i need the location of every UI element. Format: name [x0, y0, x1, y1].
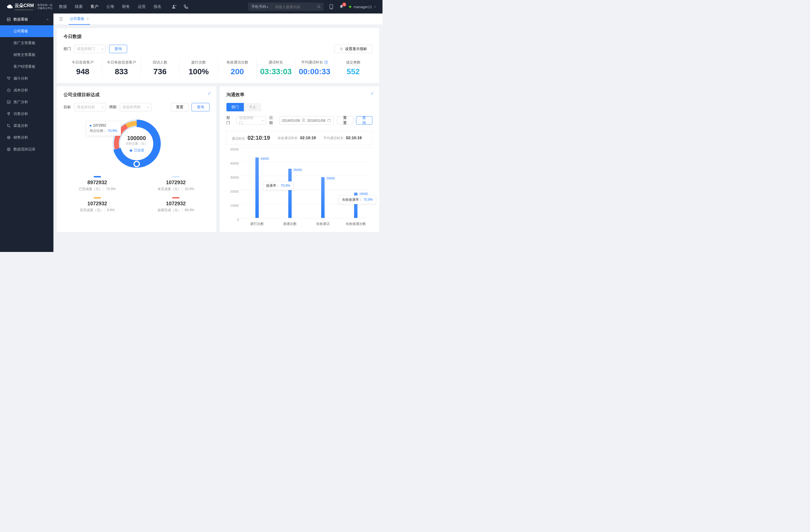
- sidebar-item-3[interactable]: 访客分析: [0, 108, 53, 120]
- annotation-effective-rate: 有效接通率：70.9%: [339, 196, 376, 204]
- summary-bar: 通话时长02:10:19有效通话时长02:10:19平均通话时长02:10:19: [226, 131, 372, 145]
- search-input[interactable]: [272, 5, 314, 9]
- sidebar-item-2[interactable]: 推广分析: [0, 96, 53, 108]
- bell-icon[interactable]: 5: [339, 4, 344, 9]
- nav-item-6[interactable]: 报名: [153, 4, 161, 9]
- metric-3: 拨打次数100%: [179, 59, 218, 77]
- seg-0[interactable]: 部门: [226, 103, 244, 111]
- x-label: 拨打次数: [241, 221, 273, 226]
- reset-button[interactable]: 重置: [337, 116, 353, 124]
- legend-item-3: 1072932超额完成（元）89.9%: [142, 197, 210, 213]
- phone-icon[interactable]: [183, 4, 189, 9]
- today-panel: 今日数据 部门 请选择部门▾ 查询 设置显示指标 今日首咨客户948今日有效首咨…: [57, 28, 379, 83]
- sidebar-item-5[interactable]: 销售分析: [0, 132, 53, 144]
- mobile-icon[interactable]: [329, 4, 334, 9]
- nav-item-0[interactable]: 数据: [59, 4, 67, 9]
- sidebar-item-0[interactable]: 漏斗分析: [0, 72, 53, 84]
- donut-center-label: 目标总量（元）: [126, 142, 147, 146]
- sidebar-item-4[interactable]: 渠道分析: [0, 120, 53, 132]
- date-label: 日期: [269, 115, 276, 126]
- sidebar-item-6[interactable]: 数据流转记录: [0, 144, 53, 155]
- main-area: ☰ 公司看板 ✕ 今日数据 部门 请选择部门▾ 查询 设置显: [53, 14, 383, 252]
- add-user-icon[interactable]: [172, 4, 177, 9]
- close-icon[interactable]: ✕: [87, 17, 89, 20]
- gear-icon: [339, 47, 343, 51]
- expand-icon[interactable]: ⤢: [208, 92, 211, 95]
- calendar-icon: [327, 118, 331, 122]
- top-header: 云朵CRM www.yunduocrm.com 教育机构一站 式服务云平台 数据…: [0, 0, 383, 14]
- logo-tagline: 教育机构一站 式服务云平台: [35, 4, 53, 10]
- nav-item-3[interactable]: 公海: [106, 4, 114, 9]
- expand-icon[interactable]: ⤢: [371, 92, 373, 95]
- metric-4: 有效通话次数200: [218, 59, 257, 77]
- user-menu[interactable]: manager11 ▾: [349, 5, 376, 9]
- svg-point-0: [173, 5, 175, 7]
- logo-url: www.yunduocrm.com: [15, 9, 34, 11]
- dashboard-icon: [7, 17, 11, 21]
- metric-6: 平均通话时长?00:00:33: [295, 59, 334, 77]
- today-title: 今日数据: [64, 34, 372, 40]
- nav-item-5[interactable]: 运营: [138, 4, 146, 9]
- date-range-input[interactable]: 2018/01/08 至 2018/01/08: [279, 116, 334, 124]
- logo-text: 云朵CRM: [15, 3, 34, 9]
- nav-item-1[interactable]: 线索: [75, 4, 83, 9]
- bar-col-2: 29000: [307, 148, 339, 218]
- dept-label: 部门: [64, 46, 71, 51]
- summary-item-2: 平均通话时长02:10:19: [323, 135, 367, 140]
- comm-title: 沟通效率: [226, 92, 372, 98]
- sidebar-sub-1[interactable]: 推广主管看板: [0, 37, 53, 49]
- sidebar-item-1[interactable]: 成本分析: [0, 84, 53, 96]
- x-label: 有效通话: [307, 221, 339, 226]
- menu-icon: [7, 77, 11, 80]
- sidebar-sub-3[interactable]: 客户经理看板: [0, 61, 53, 72]
- seg-1[interactable]: 个人: [244, 103, 261, 111]
- goal-panel: ⤢ 公司业绩目标达成 目标 请选择目标▾ 周期 请选择周期▾ 重置 查询: [57, 86, 216, 232]
- donut-chart: 1072932 所占比例：70.9% 1000: [64, 117, 210, 170]
- y-tick: 0: [237, 218, 239, 221]
- global-search: 手机号码 ▾: [248, 2, 324, 11]
- metric-5: 通话时长03:33:03: [257, 59, 295, 77]
- search-type-select[interactable]: 手机号码 ▾: [248, 4, 272, 9]
- svg-point-1: [318, 5, 320, 7]
- dept-select[interactable]: 请选择部门▾: [74, 45, 106, 53]
- target-label: 目标: [64, 105, 71, 110]
- cloud-icon: [7, 4, 13, 9]
- x-label: 接通次数: [273, 221, 306, 226]
- bar-chart: 01000020000300004000050000 4300035000290…: [226, 148, 372, 226]
- nav-item-2[interactable]: 客户: [91, 4, 98, 9]
- menu-toggle-icon[interactable]: ☰: [59, 16, 63, 22]
- metric-1: 今日有效首咨客户833: [102, 59, 141, 77]
- svg-point-17: [134, 161, 139, 167]
- settings-metrics-button[interactable]: 设置显示指标: [334, 45, 372, 53]
- query-button[interactable]: 查询: [356, 116, 372, 124]
- dept-select[interactable]: 请选择部门▾: [237, 116, 266, 124]
- menu-group-label: 数据看板: [14, 17, 28, 22]
- annotation-connect-rate: 接通率：70.9%: [263, 181, 293, 190]
- tab-label: 公司看板: [70, 16, 84, 21]
- nav-item-4[interactable]: 财务: [122, 4, 130, 9]
- metric-2: 回访人数736: [141, 59, 179, 77]
- chevron-down-icon: ▾: [374, 5, 376, 8]
- info-icon[interactable]: ?: [324, 61, 328, 64]
- menu-group-dashboard[interactable]: 数据看板: [0, 14, 53, 25]
- target-select[interactable]: 请选择目标▾: [74, 103, 106, 111]
- tab-company-dashboard[interactable]: 公司看板 ✕: [69, 14, 90, 25]
- metric-7: 成交单数552: [334, 59, 372, 77]
- period-select[interactable]: 请选择周期▾: [120, 103, 151, 111]
- query-button[interactable]: 查询: [192, 103, 210, 111]
- summary-item-1: 有效通话时长02:10:19: [278, 135, 321, 140]
- legend-item-2: 1072932应完成量（元）8.9%: [64, 197, 131, 213]
- sidebar: 数据看板 公司看板推广主管看板销售主管看板客户经理看板 漏斗分析成本分析推广分析…: [0, 14, 53, 252]
- reset-button[interactable]: 重置: [171, 103, 189, 111]
- search-icon[interactable]: [314, 5, 324, 9]
- sidebar-sub-2[interactable]: 销售主管看板: [0, 49, 53, 61]
- chevron-up-icon: [46, 18, 49, 21]
- query-button[interactable]: 查询: [109, 45, 127, 53]
- dept-label: 部门: [226, 115, 233, 126]
- svg-point-8: [9, 126, 10, 127]
- legend-item-1: 1072932未完成量（元）20.9%: [142, 176, 210, 192]
- sidebar-sub-0[interactable]: 公司看板: [0, 25, 53, 37]
- goal-title: 公司业绩目标达成: [64, 92, 210, 98]
- svg-point-12: [341, 48, 342, 49]
- chart-tooltip: 1072932 所占比例：70.9%: [86, 121, 121, 136]
